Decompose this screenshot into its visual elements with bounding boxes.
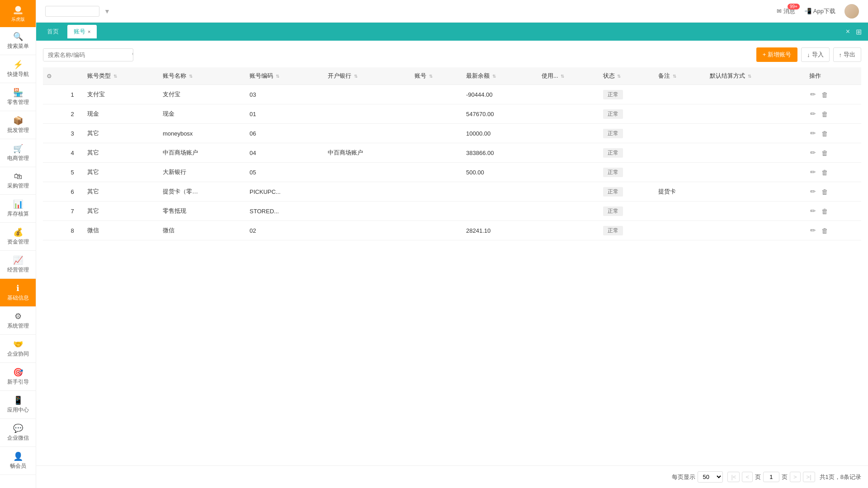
row-usage (538, 221, 599, 240)
edit-button[interactable]: ✏ (809, 128, 817, 138)
sidebar-item-wechat-work[interactable]: 💬 企业微信 (0, 419, 36, 447)
edit-button[interactable]: ✏ (809, 206, 817, 216)
col-balance-label: 最新余额 (466, 72, 490, 79)
sort-remark-icon: ⇅ (673, 74, 676, 79)
sidebar-item-enterprise[interactable]: 🤝 企业协同 (0, 335, 36, 363)
edit-button[interactable]: ✏ (809, 89, 817, 99)
last-page-button[interactable]: >| (803, 472, 815, 482)
dropdown-icon[interactable]: ▼ (104, 8, 110, 15)
tab-shrink-button[interactable]: × (844, 27, 852, 37)
edit-button[interactable]: ✏ (809, 225, 817, 235)
avatar[interactable] (844, 4, 859, 19)
col-bank-header[interactable]: 开户银行 ⇅ (324, 67, 411, 85)
sidebar-item-inventory[interactable]: 📊 库存核算 (0, 195, 36, 223)
sort-status-icon: ⇅ (617, 74, 621, 79)
row-remark: 提货卡 (655, 182, 706, 202)
tab-account[interactable]: 账号 × (67, 25, 97, 38)
page-content: 🔍 + 新增账号 ↓ 导入 ↑ 导出 ⚙ (36, 41, 868, 465)
tab-close-icon[interactable]: × (88, 29, 90, 34)
search-icon: 🔍 (13, 32, 23, 42)
table-header-row: ⚙ 账号类型 ⇅ 账号名称 ⇅ 账号编码 ⇅ (43, 67, 861, 85)
first-page-button[interactable]: |< (727, 472, 740, 482)
search-button[interactable]: 🔍 (128, 49, 133, 61)
delete-button[interactable]: 🗑 (821, 206, 829, 216)
delete-button[interactable]: 🗑 (821, 187, 829, 197)
col-balance-header[interactable]: 最新余额 ⇅ (462, 67, 538, 85)
table-row: 1 支付宝 支付宝 03 -90444.00 正常 ✏ 🗑 (43, 85, 861, 104)
sidebar-item-ecommerce[interactable]: 🛒 电商管理 (0, 139, 36, 167)
row-type: 其它 (84, 202, 159, 221)
sidebar-item-label: 搜索菜单 (7, 42, 29, 50)
tab-home[interactable]: 首页 (41, 25, 65, 38)
col-usage-header[interactable]: 使用... ⇅ (538, 67, 599, 85)
row-balance (462, 202, 538, 221)
row-balance: 383866.00 (462, 143, 538, 163)
edit-button[interactable]: ✏ (809, 187, 817, 197)
delete-button[interactable]: 🗑 (821, 148, 829, 158)
row-settings-cell (43, 202, 61, 221)
sidebar-item-finance[interactable]: 💰 资金管理 (0, 223, 36, 251)
col-name-header[interactable]: 账号名称 ⇅ (159, 67, 246, 85)
col-status-header[interactable]: 状态 ⇅ (599, 67, 655, 85)
export-button[interactable]: ↑ 导出 (833, 47, 862, 62)
delete-button[interactable]: 🗑 (821, 109, 829, 119)
sidebar-item-retail[interactable]: 🏪 零售管理 (0, 83, 36, 111)
row-balance: 500.00 (462, 163, 538, 182)
prev-page-button[interactable]: < (742, 472, 753, 482)
search-box: 🔍 (43, 48, 133, 61)
sidebar-item-system[interactable]: ⚙ 系统管理 (0, 307, 36, 335)
per-page-select[interactable]: 50 100 200 (698, 471, 723, 483)
member-icon: 👤 (13, 451, 23, 461)
next-page-button[interactable]: > (790, 472, 801, 482)
add-account-button[interactable]: + 新增账号 (756, 47, 797, 62)
guide-icon: 🎯 (13, 367, 23, 377)
messages-button[interactable]: ✉ 消息 99+ (777, 7, 795, 15)
sidebar-item-guide[interactable]: 🎯 新手引导 (0, 363, 36, 391)
search-input[interactable] (43, 49, 128, 61)
sidebar-item-purchase[interactable]: 🛍 采购管理 (0, 167, 36, 195)
col-num-header (61, 67, 84, 85)
row-status: 正常 (599, 143, 655, 163)
tab-expand-button[interactable]: ⊞ (854, 27, 863, 37)
sidebar-item-wholesale[interactable]: 📦 批发管理 (0, 111, 36, 139)
col-remark-header[interactable]: 备注 ⇅ (655, 67, 706, 85)
sidebar-item-label: 企业微信 (7, 434, 29, 442)
main-container: ▼ ✉ 消息 99+ 📲 App下载 首页 账号 × × (36, 0, 868, 488)
col-account-header[interactable]: 账号 ⇅ (411, 67, 462, 85)
tab-account-label: 账号 (74, 28, 85, 36)
sidebar-item-operation[interactable]: 📈 经营管理 (0, 251, 36, 279)
delete-button[interactable]: 🗑 (821, 89, 829, 99)
delete-button[interactable]: 🗑 (821, 167, 829, 177)
col-remark-label: 备注 (658, 72, 670, 79)
col-bank-label: 开户银行 (328, 72, 351, 79)
col-type-header[interactable]: 账号类型 ⇅ (84, 67, 159, 85)
edit-button[interactable]: ✏ (809, 148, 817, 158)
row-bank (324, 85, 411, 104)
top-search-input[interactable] (45, 6, 99, 17)
delete-button[interactable]: 🗑 (821, 128, 829, 138)
row-code: 05 (246, 163, 324, 182)
settings-icon[interactable]: ⚙ (47, 73, 52, 80)
col-status-label: 状态 (603, 72, 615, 79)
sidebar-item-quick-nav[interactable]: ⚡ 快捷导航 (0, 55, 36, 83)
app-download-button[interactable]: 📲 App下载 (804, 7, 835, 15)
sidebar-item-label: 采购管理 (7, 182, 29, 190)
per-page-label: 每页显示 (672, 473, 695, 481)
col-settle-header[interactable]: 默认结算方式 ⇅ (706, 67, 806, 85)
sidebar-item-search[interactable]: 🔍 搜索菜单 (0, 27, 36, 55)
delete-button[interactable]: 🗑 (821, 225, 829, 235)
edit-button[interactable]: ✏ (809, 167, 817, 177)
app-name: 乐虎版 (11, 16, 25, 23)
page-number-input[interactable] (763, 472, 779, 482)
sidebar-item-basic-info[interactable]: ℹ 基础信息 (0, 279, 36, 307)
edit-button[interactable]: ✏ (809, 109, 817, 119)
row-balance: 547670.00 (462, 104, 538, 124)
sidebar-item-member[interactable]: 👤 畅会员 (0, 447, 36, 475)
accounts-table: ⚙ 账号类型 ⇅ 账号名称 ⇅ 账号编码 ⇅ (43, 67, 861, 240)
row-status: 正常 (599, 163, 655, 182)
sidebar-item-app-center[interactable]: 📱 应用中心 (0, 391, 36, 419)
row-bank (324, 221, 411, 240)
row-settings-cell (43, 104, 61, 124)
import-button[interactable]: ↓ 导入 (801, 47, 830, 62)
col-code-header[interactable]: 账号编码 ⇅ (246, 67, 324, 85)
